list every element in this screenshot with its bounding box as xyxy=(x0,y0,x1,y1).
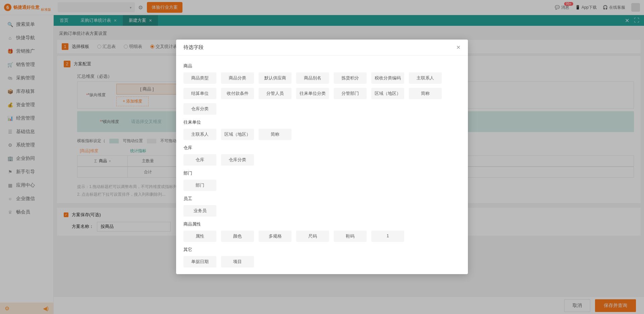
field-chip[interactable]: 简称 xyxy=(259,129,291,140)
field-group-title: 仓库 xyxy=(183,145,461,151)
field-chip[interactable]: 往来单位分类 xyxy=(296,88,329,99)
modal-overlay[interactable]: 待选字段 ✕ 商品商品类型商品分类默认供应商商品别名拣货积分税收分类编码主联系人… xyxy=(0,0,644,314)
field-chip[interactable]: 仓库分类 xyxy=(183,103,216,115)
field-chip[interactable]: 拣货积分 xyxy=(334,72,367,84)
field-chip[interactable]: 属性 xyxy=(183,231,216,242)
field-chip[interactable]: 区域（地区） xyxy=(221,129,254,140)
field-group-title: 其它 xyxy=(183,247,461,253)
field-chip[interactable]: 多规格 xyxy=(259,231,291,242)
field-group-title: 商品属性 xyxy=(183,221,461,227)
field-chip[interactable]: 主联系人 xyxy=(409,72,442,84)
field-group: 往来单位主联系人区域（地区）简称 xyxy=(183,119,461,140)
field-chip[interactable]: 分管部门 xyxy=(334,88,367,99)
field-chip[interactable]: 尺码 xyxy=(296,231,329,242)
field-chip[interactable]: 区域（地区） xyxy=(371,88,404,99)
field-group-title: 商品 xyxy=(183,63,461,69)
field-chip[interactable]: 结算单位 xyxy=(183,88,216,99)
field-chip[interactable]: 分管人员 xyxy=(259,88,291,99)
field-chip[interactable]: 业务员 xyxy=(183,205,216,216)
field-chip[interactable]: 颜色 xyxy=(221,231,254,242)
field-chip[interactable]: 商品分类 xyxy=(221,72,254,84)
field-chip[interactable]: 部门 xyxy=(183,180,216,191)
field-group: 其它单据日期项目 xyxy=(183,247,461,267)
field-chip[interactable]: 商品类型 xyxy=(183,72,216,84)
field-chip[interactable]: 商品别名 xyxy=(296,72,329,84)
field-chip[interactable]: 主联系人 xyxy=(183,129,216,140)
field-chip-row: 单据日期项目 xyxy=(183,256,461,267)
field-group: 商品属性属性颜色多规格尺码鞋码1 xyxy=(183,221,461,242)
field-chip-row: 主联系人区域（地区）简称 xyxy=(183,129,461,140)
field-chip[interactable]: 简称 xyxy=(409,88,442,99)
field-chip-row: 业务员 xyxy=(183,205,461,216)
field-chip[interactable]: 收付款条件 xyxy=(221,88,254,99)
field-chip-row: 属性颜色多规格尺码鞋码1 xyxy=(183,231,461,242)
field-chip[interactable]: 鞋码 xyxy=(334,231,367,242)
field-group: 员工业务员 xyxy=(183,196,461,216)
field-chip-row: 商品类型商品分类默认供应商商品别名拣货积分税收分类编码主联系人结算单位收付款条件… xyxy=(183,72,461,115)
field-chip[interactable]: 仓库分类 xyxy=(221,154,254,166)
field-chip-row: 仓库仓库分类 xyxy=(183,154,461,166)
field-chip[interactable]: 单据日期 xyxy=(183,256,216,267)
field-chip[interactable]: 默认供应商 xyxy=(259,72,291,84)
field-chip[interactable]: 1 xyxy=(371,231,404,242)
field-chip-row: 部门 xyxy=(183,180,461,191)
field-group: 部门部门 xyxy=(183,170,461,191)
field-group-title: 员工 xyxy=(183,196,461,202)
field-group: 仓库仓库仓库分类 xyxy=(183,145,461,166)
field-chip[interactable]: 税收分类编码 xyxy=(371,72,404,84)
field-chip[interactable]: 项目 xyxy=(221,256,254,267)
field-group: 商品商品类型商品分类默认供应商商品别名拣货积分税收分类编码主联系人结算单位收付款… xyxy=(183,63,461,115)
modal-header: 待选字段 ✕ xyxy=(176,40,468,56)
modal-close-button[interactable]: ✕ xyxy=(456,44,461,51)
field-group-title: 往来单位 xyxy=(183,119,461,125)
field-selector-modal: 待选字段 ✕ 商品商品类型商品分类默认供应商商品别名拣货积分税收分类编码主联系人… xyxy=(176,40,468,274)
modal-body: 商品商品类型商品分类默认供应商商品别名拣货积分税收分类编码主联系人结算单位收付款… xyxy=(176,56,468,274)
modal-title: 待选字段 xyxy=(183,44,204,51)
field-chip[interactable]: 仓库 xyxy=(183,154,216,166)
field-group-title: 部门 xyxy=(183,170,461,176)
